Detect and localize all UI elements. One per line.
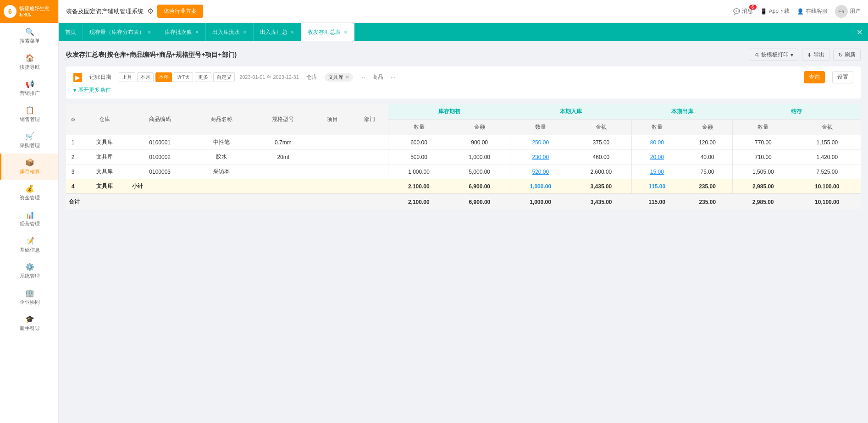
warehouse-tag-value: 文具库 — [328, 74, 343, 81]
cell-balance-amt: 1,155.00 — [793, 135, 861, 150]
app-download-button[interactable]: 📱 App下载 — [760, 7, 790, 15]
cell-out-amt: 75.00 — [682, 165, 733, 179]
sidebar-item-finance[interactable]: 💰 资金管理 — [0, 180, 58, 206]
user-menu[interactable]: Ea 用户 — [835, 5, 861, 18]
subtotal-out-qty-link[interactable]: 115.00 — [648, 183, 665, 190]
tab-batch-close[interactable]: ✕ — [195, 29, 199, 35]
th-goods-name: 商品名称 — [191, 104, 252, 135]
print-button[interactable]: 🖨 按模板打印 ▾ — [749, 49, 798, 61]
tab-stock-dist-close[interactable]: ✕ — [147, 29, 151, 35]
sidebar-item-search[interactable]: 🔍 搜索菜单 — [0, 23, 58, 49]
out-qty-link[interactable]: 80.00 — [650, 139, 664, 146]
tab-home[interactable]: 首页 — [59, 23, 83, 41]
subtotal-no: 4 — [66, 179, 80, 194]
sidebar-item-operations[interactable]: 📊 经营管理 — [0, 206, 58, 232]
sidebar-item-guide[interactable]: 🎓 新手引导 — [0, 310, 58, 336]
goods-more[interactable]: ··· — [391, 74, 395, 81]
subtotal-out-qty: 115.00 — [631, 179, 682, 194]
cell-balance-qty: 770.00 — [733, 135, 794, 150]
sidebar-item-inventory[interactable]: 📦 库存核算 — [0, 154, 58, 180]
th-department: 部门 — [351, 104, 388, 135]
cell-department — [351, 150, 388, 165]
in-qty-link[interactable]: 520.00 — [532, 169, 549, 175]
date-btn-this-month[interactable]: 本月 — [137, 72, 154, 82]
sidebar-item-sales[interactable]: 📋 销售管理 — [0, 101, 58, 127]
cell-out-amt: 120.00 — [682, 135, 733, 150]
sidebar: 6 畅捷通好生意 标准版 🔍 搜索菜单 🏠 快捷导航 📢 营销推广 📋 销售管理… — [0, 0, 59, 423]
tab-recv-summary[interactable]: 收发存汇总表 ✕ — [301, 23, 354, 41]
sidebar-item-label: 新手引导 — [20, 325, 40, 332]
message-button[interactable]: 💬 消息 6 — [733, 7, 753, 15]
th-project: 项目 — [314, 104, 351, 135]
th-balance: 结存 — [733, 104, 861, 120]
sidebar-item-marketing[interactable]: 📢 营销推广 — [0, 75, 58, 101]
tab-stock-dist[interactable]: 现存量（库存分布表） ✕ — [83, 23, 158, 41]
printer-icon: 🖨 — [754, 52, 759, 58]
subtotal-in-qty-link[interactable]: 1,000.00 — [530, 183, 551, 190]
out-qty-link[interactable]: 20.00 — [650, 154, 664, 160]
sidebar-item-label: 资金管理 — [20, 194, 40, 201]
tab-bar-close-button[interactable]: ✕ — [851, 28, 868, 37]
cell-opening-qty: 600.00 — [388, 135, 449, 150]
tab-flow[interactable]: 出入库流水 ✕ — [206, 23, 254, 41]
table-settings-icon[interactable]: ⚙ — [71, 116, 76, 123]
main-area: 装备及固定资产辅助管理系统 ⚙ 体验行业方案 💬 消息 6 📱 App下载 👤 … — [59, 0, 868, 423]
operations-icon: 📊 — [25, 210, 34, 219]
out-qty-link[interactable]: 15.00 — [650, 169, 664, 175]
tab-flow-close[interactable]: ✕ — [243, 29, 247, 35]
date-btn-this-year[interactable]: 本年 — [155, 72, 172, 82]
in-qty-link[interactable]: 250.00 — [532, 139, 549, 146]
online-service-button[interactable]: 👤 在线客服 — [797, 7, 828, 15]
cell-warehouse: 文具库 — [80, 150, 129, 165]
sidebar-item-quicknav[interactable]: 🏠 快捷导航 — [0, 49, 58, 75]
export-button[interactable]: ⬇ 导出 — [802, 49, 829, 61]
export-icon: ⬇ — [807, 52, 812, 58]
subtotal-balance-qty: 2,985.00 — [733, 179, 794, 194]
sidebar-item-label: 营销推广 — [20, 90, 40, 97]
cell-goods-code: 0100003 — [129, 165, 191, 179]
warehouse-label: 仓库 — [306, 73, 317, 81]
table-row: 3 文具库 0100003 采访本 1,000.00 5,000.00 520.… — [66, 165, 861, 179]
total-out-amt: 235.00 — [682, 194, 733, 209]
cell-out-qty: 15.00 — [631, 165, 682, 179]
date-btn-7days[interactable]: 近7天 — [174, 72, 193, 82]
filter-settings-button[interactable]: 设置 — [832, 71, 853, 83]
cell-balance-qty: 1,505.00 — [733, 165, 794, 179]
warehouse-more[interactable]: ··· — [360, 74, 365, 81]
cell-balance-qty: 710.00 — [733, 150, 794, 165]
warehouse-tag-close[interactable]: ✕ — [345, 74, 349, 80]
sidebar-item-label: 快捷导航 — [20, 64, 40, 71]
th-out: 本期出库 — [631, 104, 732, 120]
total-opening-qty: 2,100.00 — [388, 194, 449, 209]
total-in-qty: 1,000.00 — [510, 194, 571, 209]
filter-toggle[interactable]: ▶ — [73, 73, 82, 82]
tab-summary[interactable]: 出入库汇总 ✕ — [254, 23, 301, 41]
date-btn-last-month[interactable]: 上月 — [119, 72, 135, 82]
sidebar-item-basic[interactable]: 📝 基础信息 — [0, 232, 58, 258]
refresh-button[interactable]: ↻ 刷新 — [833, 49, 861, 61]
in-qty-link[interactable]: 230.00 — [532, 154, 549, 160]
data-table: ⚙ 仓库 商品编码 商品名称 规格型号 项目 部门 库存期初 本期入库 本期出库… — [66, 104, 861, 209]
page-actions: 🖨 按模板打印 ▾ ⬇ 导出 ↻ 刷新 — [749, 49, 861, 61]
cell-warehouse: 文具库 — [80, 165, 129, 179]
trial-button[interactable]: 体验行业方案 — [157, 5, 203, 18]
cell-project — [314, 165, 351, 179]
sidebar-item-enterprise[interactable]: 🏢 企业协同 — [0, 284, 58, 310]
tab-recv-summary-close[interactable]: ✕ — [343, 29, 348, 35]
cell-no: 2 — [66, 150, 80, 165]
search-icon: 🔍 — [25, 27, 34, 36]
tab-summary-close[interactable]: ✕ — [290, 29, 294, 35]
settings-button[interactable]: ⚙ — [147, 7, 154, 16]
th-out-qty: 数量 — [631, 120, 682, 135]
date-btn-more[interactable]: 更多 — [195, 72, 211, 82]
warehouse-filter-tag: 文具库 ✕ — [325, 73, 353, 82]
sidebar-item-purchase[interactable]: 🛒 采购管理 — [0, 127, 58, 154]
tab-batch[interactable]: 库存批次账 ✕ — [158, 23, 206, 41]
cell-out-amt: 40.00 — [682, 150, 733, 165]
date-btn-custom[interactable]: 自定义 — [213, 72, 235, 82]
query-button[interactable]: 查询 — [804, 71, 825, 83]
cell-no: 1 — [66, 135, 80, 150]
sidebar-item-label: 系统管理 — [20, 273, 40, 280]
expand-filter-button[interactable]: ▾ 展开更多条件 — [73, 86, 853, 94]
sidebar-item-system[interactable]: ⚙️ 系统管理 — [0, 258, 58, 284]
